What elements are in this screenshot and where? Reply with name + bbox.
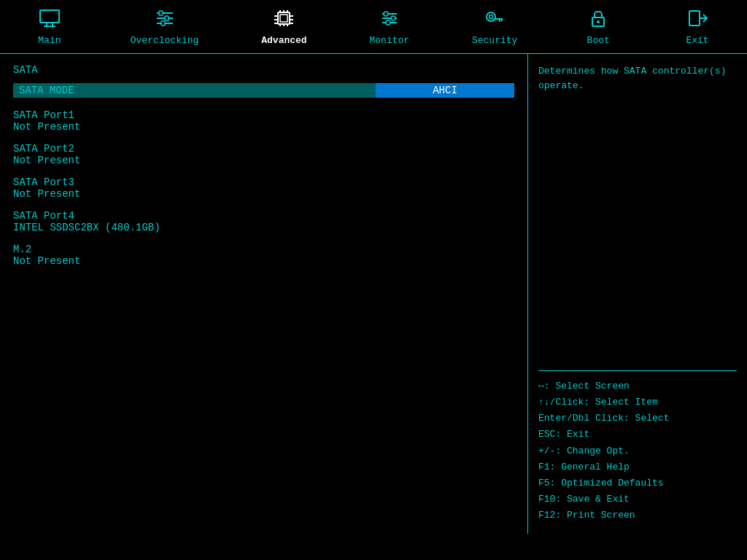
key-hint-7: F10: Save & Exit — [538, 491, 737, 508]
svg-rect-7 — [159, 11, 163, 15]
svg-point-36 — [597, 20, 600, 23]
nav-label-monitor: Monitor — [370, 35, 410, 46]
key-hint-0: ↔: Select Screen — [538, 378, 737, 394]
selected-row[interactable]: SATA MODE AHCI — [13, 83, 514, 98]
nav-item-exit[interactable]: Exit — [665, 6, 730, 49]
nav-label-main: Main — [38, 35, 61, 46]
svg-point-28 — [391, 16, 395, 20]
main-layout: SATA SATA MODE AHCI SATA Port1 Not Prese… — [0, 54, 747, 534]
svg-point-27 — [384, 12, 388, 16]
key-icon — [484, 9, 506, 32]
port3-value: Not Present — [13, 188, 514, 200]
sliders-icon — [379, 9, 400, 32]
port3-label: SATA Port3 — [13, 176, 514, 188]
svg-point-31 — [489, 15, 493, 19]
svg-rect-37 — [689, 11, 700, 26]
port2-value: Not Present — [13, 155, 514, 166]
help-description: Determines how SATA controller(s) operat… — [538, 64, 737, 363]
sata-mode-value[interactable]: AHCI — [376, 83, 514, 98]
key-hints: ↔: Select Screen ↑↓/Click: Select Item E… — [538, 378, 737, 524]
port-entry-sata3: SATA Port3 Not Present — [13, 176, 514, 200]
port1-label: SATA Port1 — [13, 109, 514, 121]
monitor-icon — [39, 9, 61, 32]
key-hint-1: ↑↓/Click: Select Item — [538, 394, 737, 411]
nav-label-overclocking: Overclocking — [131, 35, 199, 46]
nav-item-security[interactable]: Security — [457, 6, 532, 49]
nav-item-boot[interactable]: Boot — [565, 6, 631, 49]
port2-label: SATA Port2 — [13, 143, 514, 155]
port4-value: INTEL SSDSC2BX (480.1GB) — [13, 222, 514, 233]
nav-label-security: Security — [472, 35, 517, 46]
port1-value: Not Present — [13, 121, 514, 133]
content-panel: SATA SATA MODE AHCI SATA Port1 Not Prese… — [0, 54, 528, 534]
m2-value: Not Present — [13, 255, 514, 267]
top-nav: Main Overclocking — [0, 0, 747, 54]
m2-label: M.2 — [13, 244, 514, 255]
help-panel: Determines how SATA controller(s) operat… — [528, 54, 747, 534]
port-entry-sata4: SATA Port4 INTEL SSDSC2BX (480.1GB) — [13, 210, 514, 233]
nav-label-advanced: Advanced — [261, 35, 306, 46]
cpu-icon — [273, 9, 295, 32]
key-hint-8: F12: Print Screen — [538, 508, 737, 524]
nav-item-main[interactable]: Main — [17, 6, 82, 49]
lock-icon — [587, 9, 609, 32]
exit-icon — [686, 9, 708, 32]
key-hint-2: Enter/Dbl Click: Select — [538, 411, 737, 427]
key-hint-4: +/-: Change Opt. — [538, 443, 737, 459]
nav-label-boot: Boot — [587, 35, 610, 46]
nav-item-monitor[interactable]: Monitor — [355, 6, 425, 49]
svg-point-30 — [487, 12, 495, 21]
svg-rect-0 — [40, 10, 59, 23]
svg-rect-11 — [280, 15, 287, 22]
svg-point-29 — [386, 20, 390, 25]
svg-rect-9 — [161, 21, 165, 26]
section-title: SATA — [13, 64, 514, 76]
key-hint-6: F5: Optimized Defaults — [538, 475, 737, 491]
sata-mode-key[interactable]: SATA MODE — [13, 83, 376, 98]
overclocking-icon — [154, 9, 176, 32]
help-divider — [538, 370, 737, 371]
nav-item-advanced[interactable]: Advanced — [247, 6, 321, 49]
port-entry-sata1: SATA Port1 Not Present — [13, 109, 514, 133]
port-entry-m2: M.2 Not Present — [13, 244, 514, 267]
svg-rect-8 — [165, 16, 169, 20]
nav-label-exit: Exit — [686, 35, 708, 46]
port-entry-sata2: SATA Port2 Not Present — [13, 143, 514, 166]
port4-label: SATA Port4 — [13, 210, 514, 222]
nav-item-overclocking[interactable]: Overclocking — [116, 6, 214, 49]
key-hint-5: F1: General Help — [538, 459, 737, 475]
key-hint-3: ESC: Exit — [538, 427, 737, 443]
